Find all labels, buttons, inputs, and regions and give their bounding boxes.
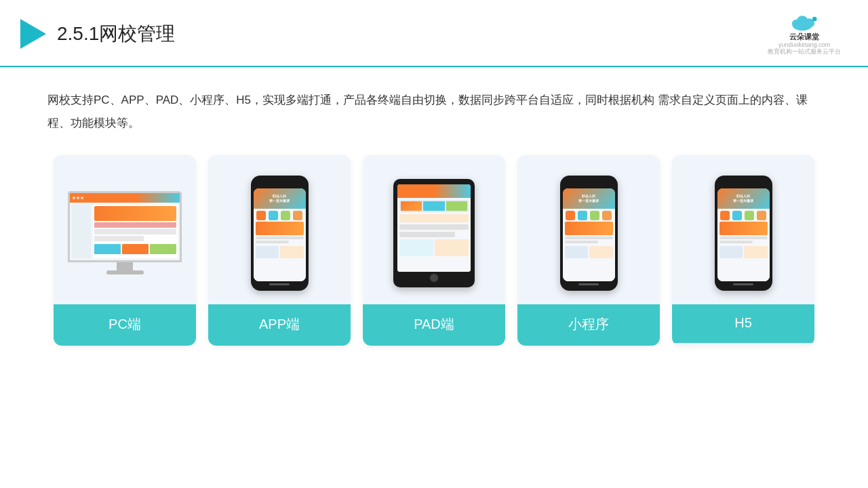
card-app-label: APP端 xyxy=(208,304,351,346)
card-pad: PAD端 xyxy=(363,155,505,346)
h5-icon1 xyxy=(720,211,730,220)
card-pc: PC端 xyxy=(54,155,196,346)
dot3 xyxy=(81,197,83,199)
logo-domain: yunduoketang.com xyxy=(778,41,830,48)
card-mini-image: 职达人的第一堂兴趣课 xyxy=(517,155,660,304)
tablet-screen xyxy=(397,184,471,272)
tablet-cell3 xyxy=(446,201,467,211)
mini-icon4 xyxy=(602,211,612,220)
phone-screen-text-mini: 职达人的第一堂兴趣课 xyxy=(578,194,599,203)
phone-home-mini xyxy=(578,283,599,285)
monitor-base xyxy=(106,270,144,274)
h5-icon2 xyxy=(732,211,742,220)
phone-banner-mini xyxy=(565,222,613,235)
mini-cards xyxy=(565,246,613,258)
phone-icon-row-mini xyxy=(565,211,613,220)
card-app: 职达人的第一堂兴趣课 xyxy=(208,155,351,346)
h5-text1 xyxy=(719,237,768,239)
phone-screen-text-h5: 职达人的第一堂兴趣课 xyxy=(733,194,753,203)
monitor-content xyxy=(70,193,180,260)
icon-box1 xyxy=(256,211,266,220)
phone-mock-app: 职达人的第一堂兴趣课 xyxy=(251,176,309,291)
card-mini: 职达人的第一堂兴趣课 xyxy=(517,155,660,346)
monitor-grid-cell2 xyxy=(122,244,149,254)
mini-icon1 xyxy=(566,211,575,220)
header: 2.5.1网校管理 云朵课堂 yunduoketang.com 教育机构一站式服… xyxy=(0,0,868,67)
description-text: 网校支持PC、APP、PAD、小程序、H5，实现多端打通，产品各终端自由切换，数… xyxy=(47,89,821,135)
tablet-cols xyxy=(399,239,469,256)
card-pc-image xyxy=(54,155,196,304)
h5-text2 xyxy=(719,241,753,243)
monitor-sidebar xyxy=(72,205,91,258)
icon-box2 xyxy=(269,211,278,220)
title-text: 网校管理 xyxy=(99,23,175,44)
dot2 xyxy=(77,197,79,199)
tablet-row3 xyxy=(399,224,469,230)
phone-screen-text-app: 职达人的第一堂兴趣课 xyxy=(269,194,290,203)
phone-screen-body-h5 xyxy=(717,209,770,281)
h5-icon4 xyxy=(757,211,766,220)
card-h5: 职达人的第一堂兴趣课 xyxy=(672,155,814,346)
monitor-grid-cell3 xyxy=(150,244,176,254)
phone-screen-mini: 职达人的第一堂兴趣课 xyxy=(563,188,615,281)
logo-icon xyxy=(786,12,823,33)
phone-notch-app xyxy=(270,182,289,186)
header-left: 2.5.1网校管理 xyxy=(20,19,175,49)
phone-card2 xyxy=(280,246,304,258)
logo-area: 云朵课堂 yunduoketang.com 教育机构一站式服务云平台 xyxy=(768,12,841,56)
h5-card2 xyxy=(744,246,768,258)
monitor-row3 xyxy=(94,236,144,241)
monitor-banner xyxy=(94,206,176,221)
mini-card2 xyxy=(589,246,613,258)
svg-point-3 xyxy=(796,16,808,26)
monitor-main xyxy=(93,205,178,258)
card-mini-label: 小程序 xyxy=(517,304,660,346)
tablet-home xyxy=(430,274,438,282)
monitor-body xyxy=(70,203,180,260)
tablet-mock xyxy=(393,179,475,287)
phone-text1 xyxy=(256,237,304,239)
monitor-screen xyxy=(68,191,182,262)
tablet-cell1 xyxy=(401,201,422,211)
card-pad-label: PAD端 xyxy=(363,304,505,346)
pc-monitor xyxy=(67,191,182,274)
dot1 xyxy=(73,197,75,199)
monitor-grid-cell1 xyxy=(94,244,121,254)
mini-icon2 xyxy=(578,211,587,220)
phone-mock-mini: 职达人的第一堂兴趣课 xyxy=(560,176,618,291)
play-icon xyxy=(20,19,46,49)
mini-card1 xyxy=(565,246,589,258)
tablet-top-bar xyxy=(397,184,471,198)
monitor-stand xyxy=(117,262,133,270)
phone-screen-top-h5: 职达人的第一堂兴趣课 xyxy=(717,188,770,209)
icon-box4 xyxy=(293,211,302,220)
h5-icon3 xyxy=(745,211,754,220)
tablet-cell2 xyxy=(423,201,444,211)
phone-text2 xyxy=(256,241,290,243)
card-pc-label: PC端 xyxy=(54,304,196,346)
phone-banner-app xyxy=(256,222,304,235)
mini-text2 xyxy=(565,241,599,243)
phone-card1 xyxy=(256,246,279,258)
tablet-bcol1 xyxy=(399,239,433,256)
monitor-top-bar xyxy=(70,193,180,203)
phone-icon-row1 xyxy=(256,211,304,220)
logo-name: 云朵课堂 xyxy=(789,33,819,41)
tablet-body xyxy=(397,198,471,272)
phone-banner-h5 xyxy=(719,222,768,235)
icon-box3 xyxy=(281,211,290,220)
card-h5-label: H5 xyxy=(672,304,814,343)
phone-screen-body-mini xyxy=(563,209,615,281)
phone-screen-top-mini: 职达人的第一堂兴趣课 xyxy=(563,188,615,209)
description-body: 网校支持PC、APP、PAD、小程序、H5，实现多端打通，产品各终端自由切换，数… xyxy=(47,94,808,129)
phone-screen-app: 职达人的第一堂兴趣课 xyxy=(254,188,306,281)
monitor-row1 xyxy=(94,222,176,228)
svg-point-4 xyxy=(812,17,816,22)
tablet-row4 xyxy=(399,232,455,237)
phone-cards xyxy=(256,246,304,258)
page-title: 2.5.1网校管理 xyxy=(57,21,175,47)
main-content: 网校支持PC、APP、PAD、小程序、H5，实现多端打通，产品各终端自由切换，数… xyxy=(0,67,868,359)
tablet-bcol2 xyxy=(435,239,469,256)
card-pad-image xyxy=(363,155,505,304)
phone-icon-row-h5 xyxy=(719,211,768,220)
